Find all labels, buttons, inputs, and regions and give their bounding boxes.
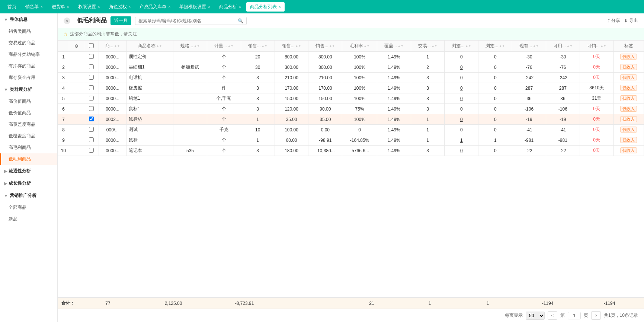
search-icon[interactable]: 🔍 xyxy=(238,18,243,23)
sidebar-item-low-coverage[interactable]: 低覆盖度商品 xyxy=(0,130,57,142)
sidebar-group-growth[interactable]: ▶ 成长性分析 xyxy=(0,177,57,189)
sidebar-item-new-goods[interactable]: 新品 xyxy=(0,213,57,225)
cell-name-8: 鼠标 xyxy=(126,135,173,146)
sidebar-item-capital[interactable]: 库存资金占用 xyxy=(0,72,57,83)
sidebar-group-cluster[interactable]: ▼ 类群度分析 xyxy=(0,83,57,96)
select-all-checkbox[interactable] xyxy=(89,43,94,48)
row-checkbox-7[interactable] xyxy=(89,127,94,132)
table-row: 7 0002... 鼠标垫 个 1 35.00 35.00 100% 1.49%… xyxy=(58,114,644,125)
table-row: 3 0000... 电话机 个 3 210.00 210.00 100% 1.4… xyxy=(58,73,644,83)
sidebar-item-traded[interactable]: 交易过的商品 xyxy=(0,37,57,49)
sidebar-item-sales-goods[interactable]: 销售类商品 xyxy=(0,26,57,37)
th-name[interactable]: 商品名称▲▼ xyxy=(126,41,173,52)
nav-item-sales[interactable]: 销货单 × xyxy=(22,2,47,12)
row-checkbox-6[interactable] xyxy=(89,117,94,121)
nav-close-sales[interactable]: × xyxy=(41,5,43,9)
row-checkbox-4[interactable] xyxy=(89,96,94,101)
row-checkbox-2[interactable] xyxy=(89,75,94,80)
cell-browse1-5[interactable]: 0 xyxy=(445,104,478,114)
cell-checkbox-8[interactable] xyxy=(84,135,99,146)
th-browse2[interactable]: 浏览...▲▼ xyxy=(478,41,512,52)
th-sales-profit[interactable]: 销售...▲▼ xyxy=(308,41,342,52)
sidebar-group-overall[interactable]: ▼ 整体信息 xyxy=(0,13,57,26)
cell-browse1-7[interactable]: 0 xyxy=(445,125,478,135)
cell-checkbox-0[interactable] xyxy=(84,52,99,62)
cell-browse1-6[interactable]: 0 xyxy=(445,114,478,125)
cell-checkbox-7[interactable] xyxy=(84,125,99,135)
cell-tag-7: 低收入 xyxy=(613,125,644,135)
th-browse1[interactable]: 浏览...▲▼ xyxy=(445,41,478,52)
sidebar-item-low-value[interactable]: 低价值商品 xyxy=(0,107,57,119)
cell-checkbox-3[interactable] xyxy=(84,83,99,93)
sidebar-item-all-goods[interactable]: 全部商品 xyxy=(0,202,57,213)
nav-close-analysis-list[interactable]: × xyxy=(279,5,281,9)
nav-item-role[interactable]: 角色授权 × xyxy=(105,2,135,12)
cell-spec-3 xyxy=(173,83,207,93)
cell-browse1-0[interactable]: 0 xyxy=(445,52,478,62)
nav-close-role[interactable]: × xyxy=(129,5,131,9)
collapse-sidebar-button[interactable]: « xyxy=(64,17,70,24)
nav-close-purchase[interactable]: × xyxy=(67,5,69,9)
cell-browse2-2: 0 xyxy=(478,73,512,83)
page-size-select[interactable]: 50 10 20 100 xyxy=(526,312,545,320)
th-sales-qty[interactable]: 销售...▲▼ xyxy=(241,41,275,52)
th-code[interactable]: 商...▲▼ xyxy=(99,41,126,52)
sidebar-item-high-value[interactable]: 高价值商品 xyxy=(0,96,57,107)
cell-checkbox-5[interactable] xyxy=(84,104,99,114)
nav-item-permission[interactable]: 权限设置 × xyxy=(74,2,104,12)
cell-checkbox-6[interactable] xyxy=(84,114,99,125)
search-box: 🔍 xyxy=(135,17,247,25)
nav-item-home[interactable]: 首页 xyxy=(4,2,20,12)
nav-close-product[interactable]: × xyxy=(168,5,170,9)
share-button[interactable]: ⤴ 分享 xyxy=(608,17,620,24)
cell-checkbox-4[interactable] xyxy=(84,93,99,104)
sidebar-item-high-coverage[interactable]: 高覆盖度商品 xyxy=(0,119,57,130)
sidebar-item-category-rate[interactable]: 商品分类助销率 xyxy=(0,49,57,60)
nav-item-product[interactable]: 产成品入库单 × xyxy=(136,2,174,12)
th-margin-rate[interactable]: 毛利率▲▼ xyxy=(342,41,377,52)
nav-item-analysis[interactable]: 商品分析 × xyxy=(215,2,245,12)
cell-browse1-4[interactable]: 0 xyxy=(445,93,478,104)
nav-item-analysis-list[interactable]: 商品分析列表 × xyxy=(246,2,285,12)
th-transaction[interactable]: 交易...▲▼ xyxy=(411,41,445,52)
sidebar-item-high-margin[interactable]: 高毛利商品 xyxy=(0,142,57,153)
sidebar-group-circulation[interactable]: ▶ 流通性分析 xyxy=(0,165,57,177)
row-checkbox-3[interactable] xyxy=(89,85,94,90)
nav-close-permission[interactable]: × xyxy=(98,5,100,9)
search-input[interactable] xyxy=(138,18,238,23)
th-sellable[interactable]: 可销...▲▼ xyxy=(580,41,613,52)
sidebar-item-in-stock[interactable]: 有库存的商品 xyxy=(0,60,57,72)
page-number-input[interactable] xyxy=(568,312,581,319)
cell-checkbox-2[interactable] xyxy=(84,73,99,83)
th-unit[interactable]: 计量...▲▼ xyxy=(207,41,241,52)
export-button[interactable]: ⬇ 导出 xyxy=(624,17,638,24)
cell-browse1-1[interactable]: 0 xyxy=(445,62,478,73)
cell-checkbox-1[interactable] xyxy=(84,62,99,73)
cell-checkbox-9[interactable] xyxy=(84,146,99,156)
th-coverage[interactable]: 覆盖...▲▼ xyxy=(377,41,411,52)
date-filter-button[interactable]: 近一月 xyxy=(110,16,131,25)
sidebar-item-low-margin[interactable]: 低毛利商品 xyxy=(0,153,57,165)
nav-close-analysis[interactable]: × xyxy=(239,5,241,9)
sidebar-group-marketing[interactable]: ▼ 营销推广分析 xyxy=(0,189,57,202)
cell-browse1-9[interactable]: 0 xyxy=(445,146,478,156)
th-settings[interactable]: ⚙ xyxy=(69,41,84,52)
row-checkbox-1[interactable] xyxy=(89,64,94,69)
cell-browse1-3[interactable]: 0 xyxy=(445,83,478,93)
cell-browse1-2[interactable]: 0 xyxy=(445,73,478,83)
th-available[interactable]: 可用...▲▼ xyxy=(546,41,580,52)
nav-item-template[interactable]: 单据模板设置 × xyxy=(176,2,214,12)
th-sales-price[interactable]: 销售...▲▼ xyxy=(275,41,308,52)
row-checkbox-5[interactable] xyxy=(89,106,94,111)
cell-browse1-8[interactable]: 1 xyxy=(445,135,478,146)
row-checkbox-8[interactable] xyxy=(89,137,94,142)
prev-page-button[interactable]: ＜ xyxy=(548,311,557,320)
th-spec[interactable]: 规格...▲▼ xyxy=(173,41,207,52)
notice-bar: ☆ 这部分商品的利润非常低，请关注 xyxy=(58,28,644,40)
nav-close-template[interactable]: × xyxy=(208,5,210,9)
next-page-button[interactable]: ＞ xyxy=(591,311,601,320)
row-checkbox-0[interactable] xyxy=(89,54,94,59)
th-current-stock[interactable]: 现有...▲▼ xyxy=(512,41,546,52)
nav-item-purchase[interactable]: 进货单 × xyxy=(48,2,73,12)
row-checkbox-9[interactable] xyxy=(89,148,94,153)
